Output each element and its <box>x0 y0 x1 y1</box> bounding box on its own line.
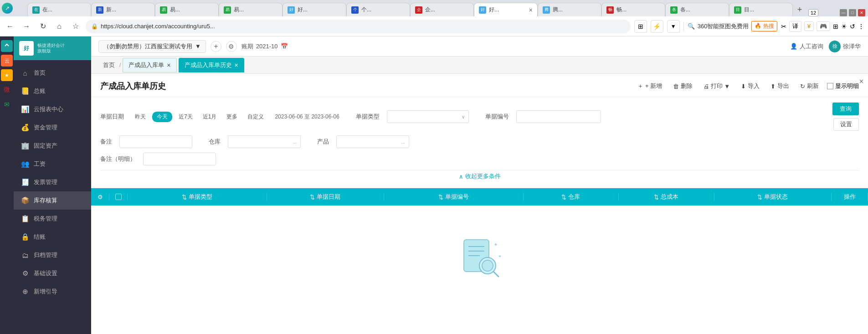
date-btn-today[interactable]: 今天 <box>152 112 172 122</box>
date-btn-yesterday[interactable]: 昨天 <box>131 112 149 122</box>
show-cols-checkbox[interactable] <box>827 83 833 89</box>
company-selector[interactable]: （勿删勿禁用）江西服宝测试专用 ▼ <box>98 40 206 53</box>
page-close-button[interactable]: × <box>855 74 868 89</box>
icon-sidebar-item-1[interactable]: 云 <box>1 55 13 67</box>
icon-sidebar-item-3[interactable]: 微 <box>1 84 13 96</box>
tab-10[interactable]: 畅 畅... <box>601 3 665 16</box>
date-btn-custom[interactable]: 自定义 <box>244 112 267 122</box>
translate-btn[interactable]: 译 <box>789 21 801 32</box>
url-bar[interactable]: 🔒 https://cloud.chanjet.com/accounting/u… <box>86 20 631 33</box>
show-cols-button[interactable]: 显示明细 <box>827 82 859 90</box>
tab-6[interactable]: 个 个... <box>346 3 410 16</box>
note-detail-filter-input[interactable] <box>143 153 216 165</box>
tab-3[interactable]: 易 易... <box>155 3 219 16</box>
th-cost[interactable]: ⇅ 总成本 <box>619 193 714 201</box>
icon-sidebar-item-4[interactable]: ✉ <box>1 98 13 110</box>
lightning-button[interactable]: ⚡ <box>651 20 663 33</box>
breadcrumb-home[interactable]: 首页 <box>98 58 119 72</box>
company-settings-button[interactable]: ⚙ <box>226 41 237 52</box>
dropdown-button[interactable]: ▼ <box>667 20 680 33</box>
th-date[interactable]: ⇅ 单据日期 <box>267 193 385 201</box>
print-button[interactable]: 🖨 打印 ▼ <box>701 80 733 92</box>
more-btn[interactable]: ⋮ <box>858 23 864 30</box>
sidebar-item-settings[interactable]: ⚙ 基础设置 <box>14 264 91 283</box>
breadcrumb-tab-list[interactable]: 产成品入库单 × <box>123 58 176 72</box>
scissors-icon[interactable]: ✂ <box>781 23 786 30</box>
home-button[interactable]: ⌂ <box>53 20 66 33</box>
sidebar-item-invoice[interactable]: 🧾 发票管理 <box>14 173 91 191</box>
back-button[interactable]: ← <box>4 20 16 33</box>
sidebar-item-ledger[interactable]: 📒 总账 <box>14 82 91 100</box>
th-status[interactable]: ⇅ 单据状态 <box>714 193 832 201</box>
note-filter-input[interactable] <box>119 135 192 148</box>
refresh-data-button[interactable]: ↻ 刷新 <box>797 80 822 92</box>
breadcrumb-tab-history-close[interactable]: × <box>235 62 238 69</box>
query-button[interactable]: 查询 <box>832 103 859 115</box>
number-filter-input[interactable] <box>516 110 601 123</box>
tab-close-8[interactable]: × <box>529 6 533 14</box>
tab-2[interactable]: 新 新... <box>91 3 155 16</box>
sidebar-item-close[interactable]: 🔒 结账 <box>14 228 91 246</box>
tab-8[interactable]: 好 好... × <box>474 3 538 16</box>
th-settings[interactable]: ⚙ <box>91 194 109 200</box>
breadcrumb-tab-history[interactable]: 产成品入库单历史 × <box>179 58 244 72</box>
add-company-button[interactable]: + <box>211 41 221 52</box>
sidebar-item-reports[interactable]: 📊 云报表中心 <box>14 100 91 118</box>
window-min-btn[interactable]: — <box>840 9 847 16</box>
tab-1[interactable]: 在 在... <box>27 3 91 16</box>
sidebar-item-payroll[interactable]: 👥 工资 <box>14 155 91 173</box>
date-btn-more[interactable]: 更多 <box>223 112 241 122</box>
window-max-btn[interactable]: □ <box>849 9 856 16</box>
product-filter-select[interactable]: ... <box>336 135 409 148</box>
sidebar-item-funds[interactable]: 💰 资金管理 <box>14 118 91 137</box>
forward-button[interactable]: → <box>20 20 33 33</box>
refresh-button[interactable]: ↻ <box>36 20 49 33</box>
window-close-btn[interactable]: ✕ <box>858 9 865 16</box>
tab-7[interactable]: 企 企... <box>410 3 474 16</box>
sidebar-item-more[interactable]: ⊕ 新增引导 <box>14 283 91 301</box>
date-btn-1month[interactable]: 近1月 <box>199 112 221 122</box>
export-button[interactable]: ⬆ 导出 <box>768 80 792 92</box>
grid-view-btn[interactable]: ⊞ <box>833 23 838 30</box>
tab-9[interactable]: 腾 腾... <box>538 3 601 16</box>
th-checkbox[interactable] <box>109 194 128 200</box>
star-button[interactable]: ☆ <box>69 20 82 33</box>
filter-settings-button[interactable]: 设置 <box>833 118 859 131</box>
th-checkbox-input[interactable] <box>115 194 122 200</box>
undo-btn[interactable]: ↺ <box>850 23 855 30</box>
th-warehouse[interactable]: ⇅ 仓库 <box>524 193 619 201</box>
user-avatar[interactable]: 徐 徐泽华 <box>829 41 861 52</box>
empty-state-icon: ✦ ✦ <box>455 233 505 283</box>
th-number[interactable]: ⇅ 单据编号 <box>384 193 524 201</box>
hot-search-badge[interactable]: 🔥 热搜 <box>751 21 777 31</box>
type-filter-select[interactable]: ∨ <box>387 110 469 123</box>
date-btn-7days[interactable]: 近7天 <box>175 112 196 122</box>
divider-1 <box>683 22 684 31</box>
sidebar-item-home[interactable]: ⌂ 首页 <box>14 64 91 82</box>
breadcrumb-tab-list-close[interactable]: × <box>167 62 170 69</box>
sidebar-item-inventory[interactable]: 📦 库存核算 <box>14 191 91 210</box>
sidebar-item-archive[interactable]: 🗂 归档管理 <box>14 246 91 264</box>
new-tab-button[interactable]: + <box>793 3 806 16</box>
th-type[interactable]: ⇅ 单据类型 <box>128 193 267 201</box>
sidebar-item-label-more: 新增引导 <box>34 288 57 296</box>
tab-5[interactable]: 好 好... <box>282 3 346 16</box>
collapse-button[interactable]: ∧ 收起更多条件 <box>100 170 859 182</box>
add-button[interactable]: ＋ + 新增 <box>635 80 665 92</box>
tab-12[interactable]: 目 目... <box>729 3 793 16</box>
tab-11[interactable]: 各 各... <box>665 3 729 16</box>
yuan-btn[interactable]: ¥ <box>804 21 814 31</box>
game-btn[interactable]: 🎮 <box>817 21 830 31</box>
user-service-button[interactable]: 👤 人工咨询 <box>790 42 823 51</box>
icon-sidebar-item-2[interactable]: ★ <box>1 69 13 81</box>
sidebar-item-tax[interactable]: 📋 税务管理 <box>14 210 91 228</box>
delete-button[interactable]: 🗑 删除 <box>670 80 695 92</box>
import-button[interactable]: ⬇ 导入 <box>738 80 762 92</box>
extensions-button[interactable]: ⊞ <box>634 20 647 33</box>
sidebar-item-label-fixed: 固定资产 <box>34 142 57 150</box>
warehouse-filter-select[interactable]: ... <box>228 135 301 148</box>
sun-btn[interactable]: ☀ <box>841 23 847 30</box>
icon-sidebar-logo[interactable] <box>1 40 13 52</box>
tab-4[interactable]: 易 易... <box>219 3 282 16</box>
sidebar-item-fixed[interactable]: 🏢 固定资产 <box>14 137 91 155</box>
